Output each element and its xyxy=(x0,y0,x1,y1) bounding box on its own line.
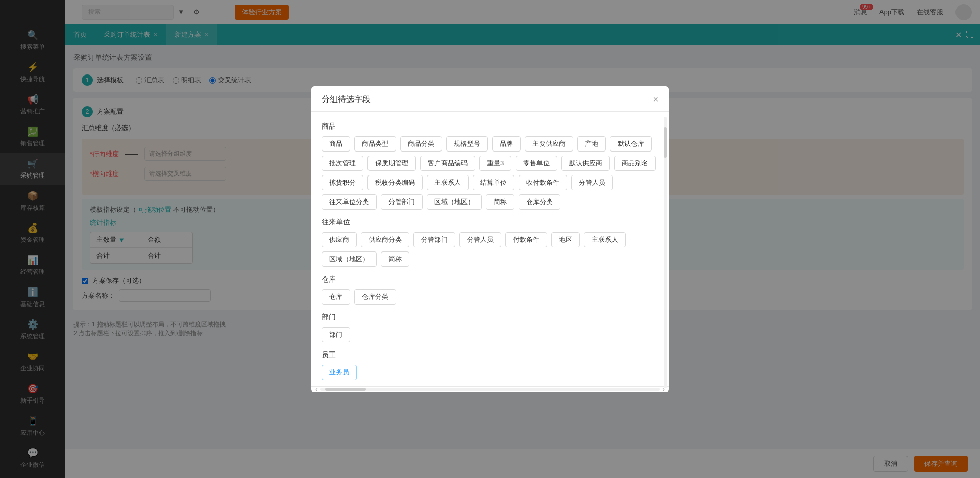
section-title-dept: 部门 xyxy=(322,313,658,322)
field-tag[interactable]: 分管部门 xyxy=(381,194,423,210)
field-tag[interactable]: 仓库 xyxy=(322,289,350,305)
section-title-partner: 往来单位 xyxy=(322,218,658,227)
field-tag[interactable]: 默认仓库 xyxy=(610,136,652,152)
field-tag[interactable]: 供应商分类 xyxy=(361,232,409,247)
field-tag[interactable]: 产地 xyxy=(577,136,606,152)
field-tag[interactable]: 主联系人 xyxy=(584,232,626,247)
modal-body: 商品 商品 商品类型 商品分类 规格型号 品牌 主要供应商 产地 默认仓库 批次… xyxy=(311,112,669,386)
field-grid-dept: 部门 xyxy=(322,327,658,342)
field-tag[interactable]: 拣货积分 xyxy=(322,175,363,190)
modal-overlay: 分组待选字段 × 商品 商品 商品类型 商品分类 规格型号 品牌 主要供应商 产… xyxy=(0,0,980,478)
field-tag[interactable]: 客户商品编码 xyxy=(420,156,475,171)
modal-hscrollbar[interactable]: ‹ › xyxy=(311,386,669,392)
field-tag[interactable]: 重量3 xyxy=(479,156,511,171)
field-tag[interactable]: 主联系人 xyxy=(427,175,469,190)
field-tag[interactable]: 品牌 xyxy=(492,136,521,152)
field-tag[interactable]: 商品类型 xyxy=(354,136,396,152)
field-tag[interactable]: 地区 xyxy=(551,232,580,247)
field-tag[interactable]: 商品别名 xyxy=(614,156,656,171)
field-tag[interactable]: 区域（地区） xyxy=(427,194,482,210)
field-tag[interactable]: 简称 xyxy=(486,194,514,210)
hscroll-left-btn[interactable]: ‹ xyxy=(315,385,318,394)
field-tag[interactable]: 零售单位 xyxy=(516,156,557,171)
field-tag[interactable]: 规格型号 xyxy=(446,136,488,152)
field-tag[interactable]: 收付款条件 xyxy=(519,175,567,190)
field-tag[interactable]: 分管部门 xyxy=(413,232,455,247)
field-tag[interactable]: 仓库分类 xyxy=(354,289,396,305)
field-tag[interactable]: 仓库分类 xyxy=(519,194,560,210)
field-tag[interactable]: 主要供应商 xyxy=(525,136,573,152)
modal: 分组待选字段 × 商品 商品 商品类型 商品分类 规格型号 品牌 主要供应商 产… xyxy=(311,86,669,392)
field-tag[interactable]: 部门 xyxy=(322,327,350,342)
section-title-warehouse: 仓库 xyxy=(322,275,658,284)
field-grid-warehouse: 仓库 仓库分类 xyxy=(322,289,658,305)
field-tag[interactable]: 付款条件 xyxy=(505,232,547,247)
field-tag[interactable]: 商品 xyxy=(322,136,350,152)
field-grid-partner: 供应商 供应商分类 分管部门 分管人员 付款条件 地区 主联系人 区域（地区） … xyxy=(322,232,658,267)
field-tag[interactable]: 税收分类编码 xyxy=(368,175,423,190)
field-tag[interactable]: 商品分类 xyxy=(400,136,442,152)
modal-close-btn[interactable]: × xyxy=(653,95,658,104)
hscrollbar-thumb[interactable] xyxy=(325,388,366,391)
field-tag[interactable]: 分管人员 xyxy=(459,232,501,247)
modal-vscrollbar-thumb[interactable] xyxy=(664,127,667,158)
field-tag[interactable]: 保质期管理 xyxy=(368,156,416,171)
field-tag[interactable]: 供应商 xyxy=(322,232,357,247)
field-tag-employee-sales[interactable]: 业务员 xyxy=(322,365,357,380)
field-tag[interactable]: 区域（地区） xyxy=(322,251,377,267)
field-tag[interactable]: 简称 xyxy=(381,251,409,267)
field-tag[interactable]: 分管人员 xyxy=(571,175,613,190)
field-grid-goods: 商品 商品类型 商品分类 规格型号 品牌 主要供应商 产地 默认仓库 批次管理 … xyxy=(322,136,658,210)
field-tag[interactable]: 批次管理 xyxy=(322,156,363,171)
field-tag[interactable]: 默认供应商 xyxy=(561,156,610,171)
modal-header: 分组待选字段 × xyxy=(311,86,669,112)
section-title-employee: 员工 xyxy=(322,350,658,360)
hscrollbar-track xyxy=(320,388,659,391)
modal-vscrollbar-track xyxy=(664,117,667,388)
section-title-goods: 商品 xyxy=(322,122,658,131)
modal-title: 分组待选字段 xyxy=(322,94,371,105)
field-grid-employee: 业务员 xyxy=(322,365,658,380)
field-tag[interactable]: 结算单位 xyxy=(473,175,514,190)
field-tag[interactable]: 往来单位分类 xyxy=(322,194,377,210)
